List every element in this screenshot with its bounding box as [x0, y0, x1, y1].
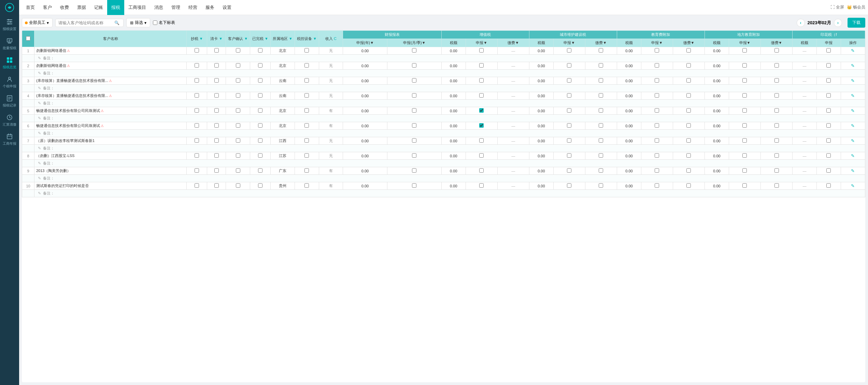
edu-declare-checkbox[interactable]: [655, 48, 659, 53]
clear-card-checkbox[interactable]: [214, 78, 219, 83]
stamp-declare-checkbox[interactable]: [826, 108, 831, 113]
local-declare-checkbox[interactable]: [742, 93, 747, 98]
urban-pay-checkbox[interactable]: [599, 93, 603, 98]
clear-card-checkbox[interactable]: [214, 183, 219, 188]
edu-pay-checkbox[interactable]: [686, 123, 691, 128]
local-pay-checkbox[interactable]: [774, 183, 779, 188]
stamp-declare-checkbox[interactable]: [826, 153, 831, 158]
device-checkbox[interactable]: [304, 123, 309, 128]
clear-card-checkbox[interactable]: [214, 138, 219, 143]
vat-declare-checkbox[interactable]: [479, 138, 484, 143]
edu-pay-checkbox[interactable]: [686, 153, 691, 158]
stamp-declare-checkbox[interactable]: [826, 123, 831, 128]
vip-btn[interactable]: 👑 畅会员: [847, 4, 865, 10]
filter-button[interactable]: ⊞ 筛选 ▾: [126, 18, 150, 27]
urban-pay-checkbox[interactable]: [599, 123, 603, 128]
urban-pay-checkbox[interactable]: [599, 153, 603, 158]
device-checkbox[interactable]: [304, 93, 309, 98]
edu-pay-checkbox[interactable]: [686, 138, 691, 143]
copy-tax-checkbox[interactable]: [195, 183, 199, 188]
nav-invoice[interactable]: 票据: [73, 0, 90, 15]
vat-declare-checkbox[interactable]: [479, 153, 484, 158]
annual-checkbox[interactable]: [412, 63, 416, 68]
vat-declare-checkbox[interactable]: [479, 108, 484, 113]
done-checkbox[interactable]: [258, 63, 262, 68]
sidebar-item-records[interactable]: 报税记录: [0, 91, 19, 111]
pencil-icon[interactable]: ✎: [38, 191, 41, 196]
done-checkbox[interactable]: [258, 123, 262, 128]
device-checkbox[interactable]: [304, 138, 309, 143]
vat-declare-checkbox[interactable]: [479, 93, 484, 98]
edit-icon[interactable]: ✎: [851, 138, 855, 143]
nav-home[interactable]: 首页: [22, 0, 39, 15]
local-declare-checkbox[interactable]: [742, 183, 747, 188]
done-checkbox[interactable]: [258, 153, 262, 158]
vat-declare-checkbox[interactable]: [479, 48, 484, 53]
prev-date-btn[interactable]: ‹: [797, 19, 805, 27]
confirm-checkbox[interactable]: [236, 48, 240, 53]
confirm-checkbox[interactable]: [236, 63, 240, 68]
urban-pay-checkbox[interactable]: [599, 63, 603, 68]
annual-checkbox[interactable]: [412, 168, 416, 173]
local-pay-checkbox[interactable]: [774, 168, 779, 173]
done-checkbox[interactable]: [258, 108, 262, 113]
staff-select[interactable]: 全部员工 ▾: [22, 18, 53, 27]
nav-service[interactable]: 服务: [201, 0, 218, 15]
device-checkbox[interactable]: [304, 153, 309, 158]
nav-biz[interactable]: 工商项目: [124, 0, 150, 15]
urban-declare-checkbox[interactable]: [567, 48, 571, 53]
check-label[interactable]: 名下标表: [153, 20, 175, 26]
sidebar-item-annual[interactable]: 工商年报: [0, 130, 19, 149]
device-checkbox[interactable]: [304, 183, 309, 188]
urban-declare-checkbox[interactable]: [567, 123, 571, 128]
urban-pay-checkbox[interactable]: [599, 168, 603, 173]
done-checkbox[interactable]: [258, 93, 262, 98]
pencil-icon[interactable]: ✎: [38, 161, 41, 166]
clear-card-checkbox[interactable]: [214, 48, 219, 53]
urban-pay-checkbox[interactable]: [599, 108, 603, 113]
device-checkbox[interactable]: [304, 48, 309, 53]
edit-icon[interactable]: ✎: [851, 108, 855, 113]
urban-declare-checkbox[interactable]: [567, 63, 571, 68]
local-pay-checkbox[interactable]: [774, 63, 779, 68]
edu-pay-checkbox[interactable]: [686, 93, 691, 98]
local-declare-checkbox[interactable]: [742, 63, 747, 68]
copy-tax-checkbox[interactable]: [195, 93, 199, 98]
pencil-icon[interactable]: ✎: [38, 146, 41, 151]
copy-tax-checkbox[interactable]: [195, 63, 199, 68]
edu-pay-checkbox[interactable]: [686, 168, 691, 173]
edit-icon[interactable]: ✎: [851, 48, 855, 53]
copy-tax-checkbox[interactable]: [195, 78, 199, 83]
select-all-checkbox[interactable]: [26, 36, 30, 41]
edu-pay-checkbox[interactable]: [686, 108, 691, 113]
pencil-icon[interactable]: ✎: [38, 71, 41, 75]
copy-tax-checkbox[interactable]: [195, 153, 199, 158]
done-checkbox[interactable]: [258, 138, 262, 143]
stamp-declare-checkbox[interactable]: [826, 63, 831, 68]
done-checkbox[interactable]: [258, 183, 262, 188]
nav-operate[interactable]: 经营: [184, 0, 201, 15]
nav-bookkeep[interactable]: 记账: [90, 0, 107, 15]
pencil-icon[interactable]: ✎: [38, 86, 41, 90]
edu-pay-checkbox[interactable]: [686, 78, 691, 83]
copy-tax-checkbox[interactable]: [195, 168, 199, 173]
confirm-checkbox[interactable]: [236, 153, 240, 158]
edu-declare-checkbox[interactable]: [655, 123, 659, 128]
urban-pay-checkbox[interactable]: [599, 183, 603, 188]
annual-checkbox[interactable]: [412, 123, 416, 128]
nav-client[interactable]: 客户: [39, 0, 56, 15]
local-declare-checkbox[interactable]: [742, 168, 747, 173]
device-checkbox[interactable]: [304, 63, 309, 68]
confirm-checkbox[interactable]: [236, 108, 240, 113]
nav-msg[interactable]: 消息: [150, 0, 167, 15]
sidebar-item-batch-tax[interactable]: 批量报税: [0, 34, 19, 53]
urban-pay-checkbox[interactable]: [599, 78, 603, 83]
vat-declare-checkbox[interactable]: [479, 123, 484, 128]
urban-pay-checkbox[interactable]: [599, 138, 603, 143]
search-icon[interactable]: 🔍: [114, 20, 119, 25]
urban-pay-checkbox[interactable]: [599, 48, 603, 53]
local-declare-checkbox[interactable]: [742, 108, 747, 113]
clear-card-checkbox[interactable]: [214, 168, 219, 173]
pencil-icon[interactable]: ✎: [38, 131, 41, 136]
vat-declare-checkbox[interactable]: [479, 183, 484, 188]
